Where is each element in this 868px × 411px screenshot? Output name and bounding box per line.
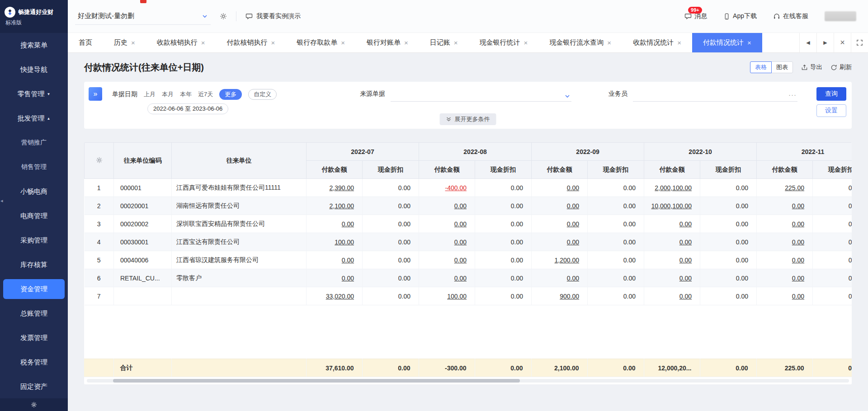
payment-amount-link[interactable]: 0.00: [567, 275, 579, 282]
tabs-close-all-icon[interactable]: ×: [834, 33, 851, 52]
workspace-gear-icon[interactable]: [220, 13, 227, 20]
sidebar-item[interactable]: 税务管理: [0, 350, 68, 374]
source-select[interactable]: [391, 90, 571, 102]
tab-close-icon[interactable]: ×: [454, 39, 458, 47]
tab-active-item[interactable]: 付款情况统计×: [692, 33, 762, 52]
payment-amount-link[interactable]: 100.00: [335, 238, 354, 246]
payment-amount-link[interactable]: 1,200.00: [555, 257, 580, 264]
tab-item[interactable]: 银行对账单×: [356, 33, 419, 52]
tab-close-icon[interactable]: ×: [404, 39, 408, 47]
payment-amount-link[interactable]: 0.00: [567, 238, 579, 246]
payment-amount-link[interactable]: 10,000,100.00: [651, 202, 692, 210]
payment-amount-link[interactable]: 0.00: [454, 275, 467, 282]
tab-item[interactable]: 现金银行统计×: [469, 33, 539, 52]
sidebar-item[interactable]: 零售管理▼: [0, 82, 68, 106]
table-view-toggle[interactable]: 表格: [750, 61, 772, 73]
date-quick-option[interactable]: 近7天: [198, 90, 213, 98]
tabs-scroll-right-icon[interactable]: ▶: [816, 33, 834, 52]
messages-button[interactable]: 99+ 消息: [684, 12, 707, 20]
horizontal-scrollbar-track[interactable]: [87, 379, 849, 383]
tabs-scroll-left-icon[interactable]: ◀: [799, 33, 816, 52]
expand-more-button[interactable]: 展开更多条件: [440, 113, 496, 125]
date-quick-option[interactable]: 上月: [144, 90, 156, 98]
tab-close-icon[interactable]: ×: [677, 39, 681, 47]
date-custom-option[interactable]: 自定义: [248, 89, 277, 100]
tab-close-icon[interactable]: ×: [271, 39, 275, 47]
tab-close-icon[interactable]: ×: [201, 39, 205, 47]
query-button[interactable]: 查询: [816, 87, 846, 101]
sidebar-gear-icon[interactable]: [31, 402, 37, 408]
sidebar-item[interactable]: 固定资产: [0, 374, 68, 399]
payment-amount-link[interactable]: 0.00: [792, 293, 804, 300]
date-more-option[interactable]: 更多: [219, 89, 242, 100]
export-button[interactable]: 导出: [801, 63, 822, 71]
fullscreen-icon[interactable]: [851, 33, 868, 52]
sidebar-item[interactable]: 小畅电商: [0, 179, 68, 204]
tab-item[interactable]: 收款情况统计×: [622, 33, 692, 52]
payment-amount-link[interactable]: 0.00: [679, 220, 692, 228]
payment-amount-link[interactable]: 0.00: [567, 184, 579, 191]
tab-item[interactable]: 历史×: [103, 33, 146, 52]
payment-amount-link[interactable]: 0.00: [454, 257, 467, 264]
tab-item[interactable]: 日记账×: [419, 33, 469, 52]
horizontal-scrollbar-thumb[interactable]: [113, 379, 520, 383]
sidebar-item[interactable]: 搜索菜单: [0, 33, 68, 57]
payment-amount-link[interactable]: 0.00: [679, 257, 692, 264]
payment-amount-link[interactable]: 2,000,100.00: [655, 184, 692, 191]
payment-amount-link[interactable]: 0.00: [792, 275, 804, 282]
payment-amount-link[interactable]: 0.00: [342, 257, 354, 264]
payment-amount-link[interactable]: -400.00: [445, 184, 467, 191]
tab-close-icon[interactable]: ×: [747, 39, 751, 47]
sidebar-item[interactable]: 批发管理▲: [0, 106, 68, 131]
salesman-input[interactable]: ···: [633, 90, 797, 102]
payment-amount-link[interactable]: 0.00: [567, 202, 579, 210]
refresh-button[interactable]: 刷新: [830, 63, 852, 71]
sidebar-item[interactable]: 库存核算: [0, 252, 68, 277]
column-settings-gear-icon[interactable]: [96, 157, 103, 163]
sidebar-collapse-icon[interactable]: ◂: [0, 198, 3, 204]
sidebar-item[interactable]: 发票管理: [0, 326, 68, 350]
payment-amount-link[interactable]: 0.00: [792, 202, 804, 210]
payment-amount-link[interactable]: 0.00: [679, 293, 692, 300]
settings-button[interactable]: 设置: [816, 104, 846, 117]
filter-collapse-button[interactable]: »: [89, 87, 102, 101]
date-quick-option[interactable]: 本年: [180, 90, 192, 98]
payment-amount-link[interactable]: 0.00: [792, 257, 804, 264]
tab-close-icon[interactable]: ×: [131, 39, 135, 47]
org-selector[interactable]: 好业财测试-量勿删: [75, 8, 211, 25]
tab-close-icon[interactable]: ×: [524, 39, 528, 47]
tab-item[interactable]: 付款核销执行×: [216, 33, 286, 52]
payment-amount-link[interactable]: 225.00: [785, 184, 804, 191]
payment-amount-link[interactable]: 0.00: [679, 238, 692, 246]
payment-amount-link[interactable]: 0.00: [454, 202, 467, 210]
sidebar-item[interactable]: 采购管理: [0, 228, 68, 252]
online-service-button[interactable]: 在线客服: [773, 12, 808, 20]
ellipsis-picker-icon[interactable]: ···: [788, 91, 797, 98]
demo-link[interactable]: 我要看实例演示: [245, 12, 301, 20]
sidebar-item[interactable]: 总账管理: [0, 301, 68, 326]
payment-amount-link[interactable]: 0.00: [342, 220, 354, 228]
payment-amount-link[interactable]: 0.00: [679, 275, 692, 282]
payment-amount-link[interactable]: 900.00: [560, 293, 579, 300]
payment-amount-link[interactable]: 0.00: [454, 238, 467, 246]
tab-item[interactable]: 现金银行流水查询×: [538, 33, 622, 52]
payment-amount-link[interactable]: 0.00: [342, 275, 354, 282]
sidebar-item[interactable]: 销售管理: [0, 155, 68, 179]
tab-close-icon[interactable]: ×: [607, 39, 611, 47]
payment-amount-link[interactable]: 0.00: [792, 220, 804, 228]
chevron-down-icon[interactable]: [564, 93, 571, 99]
chart-view-toggle[interactable]: 图表: [771, 61, 793, 73]
payment-amount-link[interactable]: 33,020.00: [326, 293, 354, 300]
sidebar-item[interactable]: 资金管理: [3, 279, 65, 299]
date-range-value[interactable]: 2022-06-06 至 2023-06-06: [147, 103, 228, 114]
tab-item[interactable]: 首页: [68, 33, 103, 52]
payment-amount-link[interactable]: 0.00: [454, 220, 467, 228]
tab-close-icon[interactable]: ×: [341, 39, 345, 47]
sidebar-item[interactable]: 营销推广: [0, 131, 68, 155]
sidebar-item[interactable]: 电商管理: [0, 204, 68, 228]
tab-item[interactable]: 收款核销执行×: [146, 33, 216, 52]
payment-amount-link[interactable]: 2,100.00: [330, 202, 354, 210]
payment-amount-link[interactable]: 0.00: [792, 238, 804, 246]
sidebar-item[interactable]: 快捷导航: [0, 57, 68, 82]
payment-amount-link[interactable]: 2,390.00: [330, 184, 354, 191]
